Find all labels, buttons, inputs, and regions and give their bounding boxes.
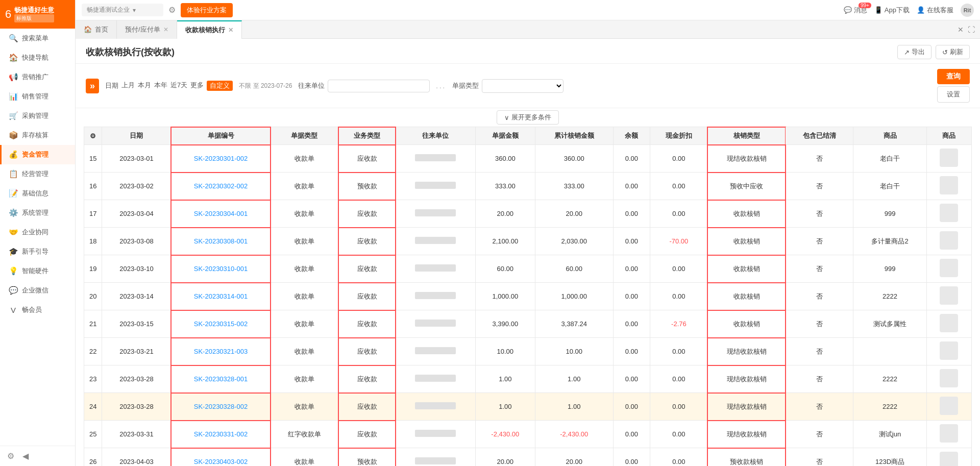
bill-no-link[interactable]: SK-20230328-001 [194, 375, 248, 383]
sidebar-item-operations[interactable]: 📋经营管理 [0, 164, 75, 184]
date-custom[interactable]: 自定义 [207, 81, 233, 91]
sidebar-item-marketing[interactable]: 📢营销推广 [0, 67, 75, 87]
bill-no-link[interactable]: SK-20230302-002 [194, 182, 248, 190]
date-filter-group: 日期 上月 本月 本年 近7天 更多 自定义 [105, 81, 233, 91]
sidebar-item-basic[interactable]: 📝基础信息 [0, 184, 75, 203]
bill-type-label: 单据类型 [452, 81, 479, 90]
sidebar-label-guide: 新手引导 [22, 247, 48, 256]
messages-button[interactable]: 💬 消息 99+ [844, 6, 867, 15]
sidebar-icon-finance: 💰 [9, 150, 18, 159]
sidebar-item-guide[interactable]: 🎓新手引导 [0, 242, 75, 261]
sidebar-item-finance[interactable]: 💰资金管理 [0, 145, 75, 164]
collapse-icon[interactable]: ◀ [22, 451, 29, 461]
bill-no-link[interactable]: SK-20230301-002 [194, 155, 248, 162]
topbar-gear-icon[interactable]: ⚙ [168, 5, 176, 15]
tab-fullscreen-icon[interactable]: ⛶ [968, 26, 975, 34]
date-this-year[interactable]: 本年 [154, 81, 167, 91]
cell-balance: 0.00 [613, 365, 650, 393]
sidebar-item-wechat[interactable]: 💬企业微信 [0, 281, 75, 300]
bill-no-link[interactable]: SK-20230304-001 [194, 210, 248, 217]
partner-search-input[interactable] [328, 80, 430, 92]
tab-collection-label: 收款核销执行 [185, 26, 225, 35]
date-more[interactable]: 更多 [190, 81, 204, 91]
sidebar-label-purchase: 采购管理 [22, 111, 48, 120]
bill-no-link[interactable]: SK-20230328-002 [194, 403, 248, 410]
cell-bill-type: 收款单 [271, 365, 338, 393]
cell-discount: 0.00 [650, 338, 708, 365]
sidebar-item-system[interactable]: ⚙️系统管理 [0, 203, 75, 223]
sidebar-label-wechat: 企业微信 [22, 286, 48, 295]
sidebar-item-inventory[interactable]: 📦库存核算 [0, 126, 75, 145]
col-bill-type: 单据类型 [271, 127, 338, 145]
cell-product2 [926, 310, 971, 338]
page-header: 收款核销执行(按收款) ↗ 导出 ↺ 刷新 [76, 39, 980, 64]
cell-bill-type: 收款单 [271, 145, 338, 173]
sidebar-item-collab[interactable]: 🤝企业协同 [0, 223, 75, 242]
tab-prepay-close-icon[interactable]: ✕ [163, 26, 168, 33]
date-this-month[interactable]: 本月 [138, 81, 151, 91]
logo-text: 畅捷通好生意 [14, 6, 54, 14]
cell-cancel-amount: 20.00 [535, 448, 613, 467]
cell-amount: 3,390.00 [475, 310, 535, 338]
bill-no-link[interactable]: SK-20230310-001 [194, 265, 248, 273]
tab-prepay[interactable]: 预付/应付单 ✕ [117, 20, 177, 39]
cell-bill-no: SK-20230403-002 [171, 448, 271, 467]
tab-close-all-icon[interactable]: ✕ [958, 26, 964, 34]
bill-no-link[interactable]: SK-20230321-003 [194, 348, 248, 355]
expand-filter-button[interactable]: ∨ 展开更多条件 [497, 110, 559, 125]
user-avatar[interactable]: Rit [961, 4, 974, 17]
industry-solution-button[interactable]: 体验行业方案 [181, 3, 233, 17]
app-download-link[interactable]: 📱 App下载 [874, 6, 910, 15]
cell-bill-type: 收款单 [271, 173, 338, 200]
cell-biz-type: 应收款 [338, 338, 396, 365]
date-prev-month[interactable]: 上月 [121, 81, 135, 91]
sidebar-item-purchase[interactable]: 🛒采购管理 [0, 106, 75, 126]
settings-bottom-icon[interactable]: ⚙ [7, 451, 14, 461]
filter-toggle-button[interactable]: » [86, 79, 99, 93]
cell-balance: 0.00 [613, 173, 650, 200]
bill-no-link[interactable]: SK-20230315-002 [194, 320, 248, 328]
cell-discount: -70.00 [650, 228, 708, 255]
sidebar-icon-purchase: 🛒 [9, 111, 18, 120]
sidebar-item-quicknav[interactable]: 🏠快捷导航 [0, 48, 75, 67]
cell-amount: 360.00 [475, 145, 535, 173]
col-discount: 现金折扣 [650, 127, 708, 145]
tab-collection[interactable]: 收款核销执行 ✕ [177, 20, 242, 39]
sidebar-item-member[interactable]: V畅会员 [0, 300, 75, 320]
sidebar-item-search[interactable]: 🔍搜索菜单 [0, 29, 75, 48]
tab-collection-close-icon[interactable]: ✕ [228, 27, 233, 34]
cell-date: 2023-03-15 [102, 310, 171, 338]
refresh-button[interactable]: ↺ 刷新 [936, 45, 970, 59]
page-title: 收款核销执行(按收款) [86, 46, 175, 58]
cell-product1: 2222 [853, 393, 927, 421]
filter-settings-button[interactable]: 设置 [937, 86, 970, 103]
bill-no-link[interactable]: SK-20230308-001 [194, 237, 248, 245]
sidebar-item-hardware[interactable]: 💡智能硬件 [0, 261, 75, 281]
filter-dots: ... [436, 82, 446, 90]
tab-home[interactable]: 🏠 首页 [76, 20, 117, 39]
bill-no-link[interactable]: SK-20230314-001 [194, 292, 248, 300]
cell-included: 否 [786, 283, 853, 310]
cell-product1: 2222 [853, 365, 927, 393]
bill-no-link[interactable]: SK-20230331-002 [194, 430, 248, 438]
cell-discount: 0.00 [650, 200, 708, 228]
date-7days[interactable]: 近7天 [170, 81, 187, 91]
sidebar-item-sales[interactable]: 📊销售管理 [0, 87, 75, 106]
cell-partner [396, 255, 475, 283]
query-button[interactable]: 查询 [937, 69, 970, 84]
messages-badge: 99+ [859, 3, 871, 8]
cell-discount: -2.76 [650, 310, 708, 338]
cell-cancel-amount: 10.00 [535, 338, 613, 365]
sidebar-label-sales: 销售管理 [22, 92, 48, 101]
bill-type-select[interactable] [482, 79, 564, 93]
cell-included: 否 [786, 228, 853, 255]
cell-bill-type: 收款单 [271, 393, 338, 421]
cell-biz-type: 预收款 [338, 448, 396, 467]
online-service-link[interactable]: 👤 在线客服 [917, 6, 953, 15]
col-product1: 商品 [853, 127, 927, 145]
workspace-selector[interactable]: 畅捷通测试企业 ▾ [82, 4, 163, 16]
sidebar-label-search: 搜索菜单 [22, 34, 48, 43]
export-button[interactable]: ↗ 导出 [897, 45, 932, 59]
cell-included: 否 [786, 365, 853, 393]
bill-no-link[interactable]: SK-20230403-002 [194, 458, 248, 465]
